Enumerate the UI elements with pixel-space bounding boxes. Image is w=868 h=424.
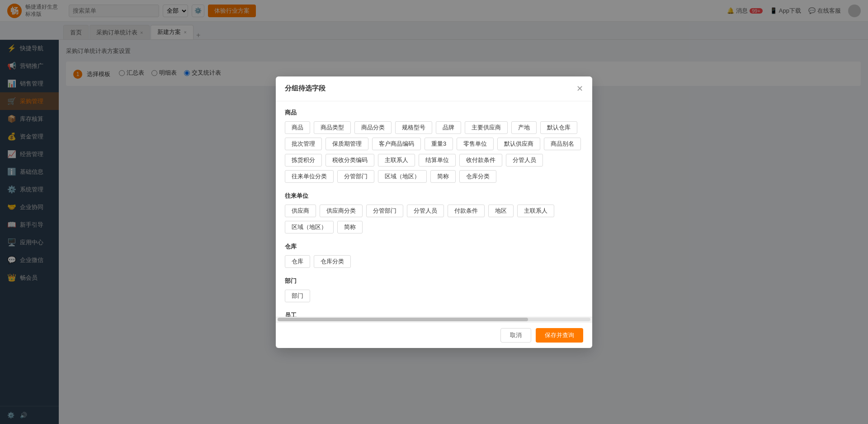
field-tag-payment-terms[interactable]: 收付款条件 bbox=[459, 154, 502, 167]
modal-overlay: 分组待选字段 ✕ 商品 商品 商品类型 商品分类 规格型号 品牌 主要供应商 产… bbox=[0, 0, 868, 424]
field-tag-warehouse[interactable]: 仓库 bbox=[285, 255, 310, 268]
field-tag-origin[interactable]: 产地 bbox=[511, 121, 537, 134]
field-tag-tax-code[interactable]: 税收分类编码 bbox=[326, 154, 374, 167]
field-tag-product-type[interactable]: 商品类型 bbox=[314, 121, 351, 134]
section-counterpart-title: 往来单位 bbox=[285, 192, 583, 200]
field-tag-short-name[interactable]: 简称 bbox=[337, 221, 363, 233]
section-employee-title: 员工 bbox=[285, 311, 583, 317]
field-tag-brand[interactable]: 品牌 bbox=[436, 121, 461, 134]
section-product: 商品 商品 商品类型 商品分类 规格型号 品牌 主要供应商 产地 默认仓库 批次… bbox=[285, 109, 583, 183]
field-tag-main-contact[interactable]: 主联系人 bbox=[378, 154, 415, 167]
section-counterpart: 往来单位 供应商 供应商分类 分管部门 分管人员 付款条件 地区 主联系人 区域… bbox=[285, 192, 583, 233]
field-tag-supervisor[interactable]: 分管人员 bbox=[506, 154, 543, 167]
section-employee: 员工 业务员 bbox=[285, 311, 583, 317]
h-scrollbar-track[interactable] bbox=[278, 318, 590, 321]
section-product-title: 商品 bbox=[285, 109, 583, 117]
field-tag-supplier[interactable]: 供应商 bbox=[285, 205, 316, 217]
modal-body: 商品 商品 商品类型 商品分类 规格型号 品牌 主要供应商 产地 默认仓库 批次… bbox=[276, 101, 592, 317]
field-tag-customer-code[interactable]: 客户商品编码 bbox=[372, 138, 421, 150]
field-tag-region[interactable]: 区域（地区） bbox=[378, 170, 427, 183]
confirm-button[interactable]: 保存并查询 bbox=[536, 328, 583, 343]
field-select-modal: 分组待选字段 ✕ 商品 商品 商品类型 商品分类 规格型号 品牌 主要供应商 产… bbox=[276, 76, 592, 348]
field-tag-pick-points[interactable]: 拣货积分 bbox=[285, 154, 322, 167]
field-tag-pay-terms[interactable]: 付款条件 bbox=[448, 205, 485, 217]
field-tag-dept[interactable]: 分管部门 bbox=[337, 170, 374, 183]
field-tag-product-alias[interactable]: 商品别名 bbox=[544, 138, 581, 150]
section-product-tags: 商品 商品类型 商品分类 规格型号 品牌 主要供应商 产地 默认仓库 批次管理 … bbox=[285, 121, 583, 183]
field-tag-department[interactable]: 部门 bbox=[285, 290, 310, 302]
modal-footer: 取消 保存并查询 bbox=[276, 322, 592, 348]
field-tag-warehouse-cat[interactable]: 仓库分类 bbox=[314, 255, 351, 268]
section-warehouse-tags: 仓库 仓库分类 bbox=[285, 255, 583, 268]
field-tag-default-warehouse[interactable]: 默认仓库 bbox=[540, 121, 577, 134]
section-warehouse-title: 仓库 bbox=[285, 243, 583, 251]
modal-horizontal-scrollbar[interactable] bbox=[276, 317, 592, 322]
modal-header: 分组待选字段 ✕ bbox=[276, 76, 592, 101]
field-tag-weight[interactable]: 重量3 bbox=[425, 138, 453, 150]
section-warehouse: 仓库 仓库 仓库分类 bbox=[285, 243, 583, 268]
section-dept-tags: 部门 bbox=[285, 290, 583, 302]
field-tag-retail-unit[interactable]: 零售单位 bbox=[457, 138, 494, 150]
section-counterpart-tags: 供应商 供应商分类 分管部门 分管人员 付款条件 地区 主联系人 区域（地区） … bbox=[285, 205, 583, 233]
field-tag-default-supplier[interactable]: 默认供应商 bbox=[497, 138, 540, 150]
h-scrollbar-thumb[interactable] bbox=[278, 318, 528, 321]
field-tag-product[interactable]: 商品 bbox=[285, 121, 310, 134]
field-tag-manage-person[interactable]: 分管人员 bbox=[407, 205, 444, 217]
field-tag-manage-dept[interactable]: 分管部门 bbox=[366, 205, 403, 217]
field-tag-spec-model[interactable]: 规格型号 bbox=[395, 121, 432, 134]
field-tag-region2[interactable]: 区域（地区） bbox=[285, 221, 334, 233]
field-tag-main-contact2[interactable]: 主联系人 bbox=[517, 205, 554, 217]
field-tag-supplier-category[interactable]: 供应商分类 bbox=[320, 205, 363, 217]
field-tag-abbreviation[interactable]: 简称 bbox=[430, 170, 456, 183]
section-department: 部门 部门 bbox=[285, 277, 583, 302]
field-tag-product-category[interactable]: 商品分类 bbox=[354, 121, 392, 134]
field-tag-counterpart-category[interactable]: 往来单位分类 bbox=[285, 170, 334, 183]
field-tag-batch-mgmt[interactable]: 批次管理 bbox=[285, 138, 322, 150]
section-dept-title: 部门 bbox=[285, 277, 583, 285]
field-tag-settle-unit[interactable]: 结算单位 bbox=[419, 154, 456, 167]
field-tag-warehouse-category[interactable]: 仓库分类 bbox=[459, 170, 496, 183]
cancel-button[interactable]: 取消 bbox=[500, 328, 531, 343]
field-tag-main-supplier[interactable]: 主要供应商 bbox=[465, 121, 508, 134]
modal-close-button[interactable]: ✕ bbox=[576, 84, 583, 94]
field-tag-quality-mgmt[interactable]: 保质期管理 bbox=[326, 138, 368, 150]
modal-title: 分组待选字段 bbox=[285, 84, 326, 93]
field-tag-area[interactable]: 地区 bbox=[488, 205, 514, 217]
